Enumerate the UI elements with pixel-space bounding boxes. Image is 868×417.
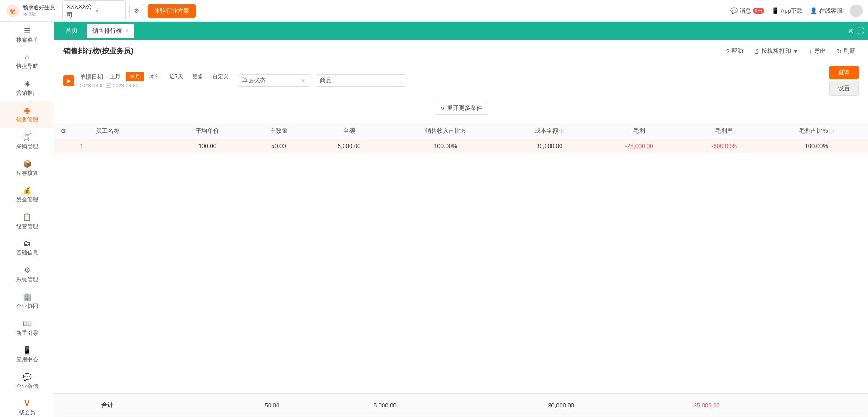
sidebar-item-quicknav[interactable]: ⌂ 快捷导航 [0,48,54,75]
tab-close-icon[interactable]: × [125,28,129,34]
online-service-btn[interactable]: 👤 在线客服 [810,7,843,15]
sidebar-item-guide[interactable]: 📖 新手引导 [0,315,54,341]
sidebar-item-marketing[interactable]: ◈ 营销推广 [0,75,54,101]
finance-icon: 💰 [23,186,32,195]
help-label: 帮助 [731,47,743,55]
col-gross-profit: 毛利 [595,123,683,139]
date-opt-7days[interactable]: 近7天 [166,72,187,81]
cell-sales-ratio: 100.00% [388,139,504,153]
topbar-right: 💬 消息 99+ 📱 App下载 👤 在线客服 [730,5,863,17]
date-opt-last-month[interactable]: 上月 [106,72,124,81]
purchase-icon: 🛒 [23,133,32,141]
footer-spacer1 [60,398,78,413]
expand-window-icon[interactable]: ⛶ [857,27,864,35]
cell-name [91,139,168,153]
trial-button[interactable]: 体验行业方案 [148,4,196,18]
date-opt-custom[interactable]: 自定义 [209,72,232,81]
sidebar-item-appcenter[interactable]: 📱 应用中心 [0,341,54,368]
cell-avg-price: 100.00 [168,139,246,153]
sidebar-item-enterprise[interactable]: 🏢 企业协同 [0,288,54,315]
logo-icon: 畅 [5,4,20,18]
sidebar-item-finance[interactable]: 💰 资金管理 [0,182,54,208]
sales-icon: ◉ [24,106,30,115]
sidebar-label-marketing: 营销推广 [16,89,38,97]
sidebar-item-member[interactable]: V 畅会员 [0,395,54,417]
date-opt-more[interactable]: 更多 [189,72,207,81]
col-rank [72,123,91,139]
table-footer: 合计 50.00 5,000.00 30,000.00 -25,000.00 [54,393,868,417]
app-download-btn[interactable]: 📱 App下载 [772,7,803,15]
cell-gross-rate: -500.00% [683,139,765,153]
print-button[interactable]: 🖨 按模板打印 ▼ [750,45,802,57]
enterprise-icon: 🏢 [23,292,32,301]
tab-sales-ranking[interactable]: 销售排行榜 × [87,24,134,38]
export-icon: ↑ [810,48,813,55]
filter-row-1: ▶ 单据日期 上月 本月 本年 近7天 更多 自定义 [63,66,859,96]
message-label: 消息 [739,7,751,15]
sidebar-label-operations: 经营管理 [16,223,38,230]
sidebar-item-system[interactable]: ⚙ 系统管理 [0,261,54,288]
print-label: 按模板打印 [762,47,791,55]
col-settings[interactable]: ⚙ [54,123,72,139]
date-range-display: 2023-06-01 至 2023-06-30 [80,82,232,89]
export-button[interactable]: ↑ 导出 [806,45,830,57]
message-btn[interactable]: 💬 消息 99+ [730,7,764,15]
top-bar: 畅 畅康通好生意 标准版 XXXXX公司 ▼ ⚙ 体验行业方案 💬 消息 99+… [0,0,868,22]
footer-gross-profit: -25,000.00 [632,398,780,413]
sidebar-item-inventory[interactable]: 📦 库存核算 [0,155,54,182]
sidebar-label-quicknav: 快捷导航 [16,62,38,70]
col-quantity: 主数量 [246,123,311,139]
member-icon: V [24,399,29,407]
date-label: 单据日期 [80,73,103,81]
refresh-button[interactable]: ↻ 刷新 [833,45,859,57]
goods-filter[interactable]: 商品 ··· [316,74,406,87]
footer-amount: 5,000.00 [321,398,449,413]
sidebar-item-search[interactable]: ☰ 搜索菜单 [0,22,54,48]
date-opt-this-month[interactable]: 本月 [126,72,144,81]
home-icon: ⌂ [25,53,29,61]
appcenter-icon: 📱 [23,346,32,355]
guide-icon: 📖 [23,319,32,328]
sidebar-label-member: 畅会员 [19,409,35,417]
status-label: 单据状态 [242,77,265,85]
refresh-label: 刷新 [844,47,855,55]
sidebar-item-sales[interactable]: ◉ 销售管理 [0,101,54,128]
tab-home[interactable]: 首页 [58,22,85,40]
inventory-icon: 📦 [23,159,32,168]
sidebar-label-basicinfo: 基础信息 [16,249,38,257]
col-settings-icon: ⚙ [61,128,66,134]
logo-subtitle: 标准版 [23,11,55,17]
sidebar-item-operations[interactable]: 📋 经营管理 [0,208,54,235]
settings-icon[interactable]: ⚙ [129,4,144,18]
company-selector[interactable]: XXXXX公司 ▼ [62,0,126,21]
export-label: 导出 [814,47,826,55]
cell-rank: 1 [72,139,91,153]
footer-gross-ratio [821,398,863,413]
help-button[interactable]: ? 帮助 [722,45,746,57]
filter-settings-button[interactable]: 设置 [829,81,859,96]
sidebar-label-inventory: 库存核算 [16,169,38,177]
col-sales-ratio: 销售收入占比% [388,123,504,139]
footer-table: 合计 50.00 5,000.00 30,000.00 -25,000.00 [60,398,863,413]
date-opt-this-year[interactable]: 本年 [146,72,164,81]
status-filter[interactable]: 单据状态 ▼ [238,74,310,87]
cell-quantity: 50.00 [246,139,311,153]
filter-toggle-btn[interactable]: ▶ [63,75,74,86]
close-window-icon[interactable]: ✕ [848,27,854,35]
expand-chevron-icon: ∨ [441,105,445,112]
sidebar-item-wechat[interactable]: 💬 企业微信 [0,368,54,395]
sidebar-label-guide: 新手引导 [16,329,38,337]
sidebar-item-purchase[interactable]: 🛒 采购管理 [0,128,54,155]
sidebar-label-wechat: 企业微信 [16,383,38,390]
expand-more-row: ∨ 展开更多条件 [63,98,859,118]
cost-info-icon: ⓘ [559,128,564,134]
table-row: 1 100.00 50.00 5,000.00 100.00% 30,000.0… [54,139,868,153]
sidebar-item-basicinfo[interactable]: 🗂 基础信息 [0,235,54,261]
user-avatar[interactable] [850,5,863,17]
footer-gross-rate [780,398,821,413]
expand-more-btn[interactable]: ∨ 展开更多条件 [435,102,488,115]
col-amount: 全额 [311,123,388,139]
page-content: 销售排行榜(按业务员) ? 帮助 🖨 按模板打印 ▼ ↑ 导出 [54,40,868,417]
logo-name: 畅康通好生意 [23,4,55,10]
query-button[interactable]: 查询 [829,66,859,79]
